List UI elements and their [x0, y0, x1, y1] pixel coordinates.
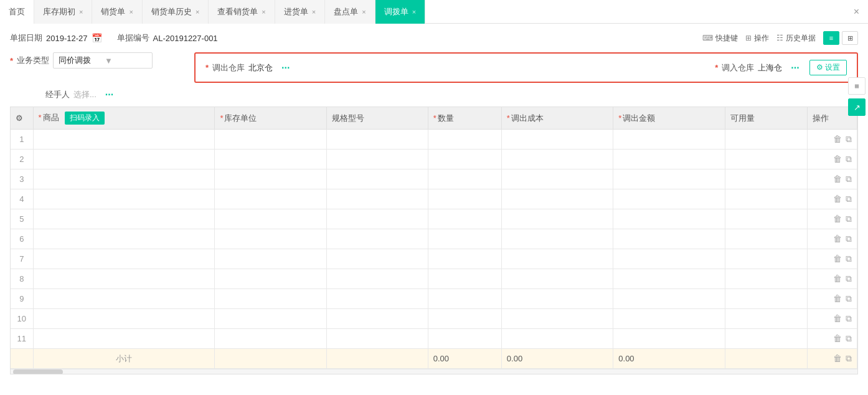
tab-view-sales[interactable]: 查看销货单 ×	[209, 0, 275, 24]
cell-cost[interactable]	[501, 209, 613, 229]
tab-close-view-sales[interactable]: ×	[262, 8, 265, 16]
cell-spec[interactable]	[326, 130, 428, 150]
tab-transfer[interactable]: 调拨单 ×	[375, 0, 425, 24]
cell-available[interactable]	[725, 169, 807, 189]
cell-qty[interactable]	[428, 189, 501, 209]
cell-cost[interactable]	[501, 309, 613, 329]
cell-amount[interactable]	[613, 130, 725, 150]
copy-icon[interactable]: ⧉	[846, 274, 852, 284]
cell-qty[interactable]	[428, 269, 501, 289]
cell-amount[interactable]	[613, 289, 725, 309]
cell-qty[interactable]	[428, 209, 501, 229]
cell-cost[interactable]	[501, 169, 613, 189]
tab-close-inventory-init[interactable]: ×	[79, 8, 83, 16]
cell-unit[interactable]	[215, 150, 326, 169]
cell-available[interactable]	[725, 289, 807, 309]
cell-product[interactable]	[33, 189, 215, 209]
tab-purchase[interactable]: 进货单 ×	[275, 0, 325, 24]
cell-amount[interactable]	[613, 209, 725, 229]
cell-cost[interactable]	[501, 329, 613, 349]
sidebar-expand-icon[interactable]: ↗	[848, 98, 866, 116]
delete-icon[interactable]: 🗑	[833, 313, 842, 324]
shortcuts-btn[interactable]: ⌨ 快捷键	[702, 33, 738, 44]
cell-qty[interactable]	[428, 289, 501, 309]
settings-button[interactable]: ⚙ 设置	[809, 60, 847, 75]
cell-available[interactable]	[725, 269, 807, 289]
cell-cost[interactable]	[501, 150, 613, 169]
delete-icon[interactable]: 🗑	[833, 214, 842, 224]
cell-available[interactable]	[725, 329, 807, 349]
cell-spec[interactable]	[326, 289, 428, 309]
cell-spec[interactable]	[326, 169, 428, 189]
scroll-thumb[interactable]	[13, 369, 63, 374]
cell-product[interactable]	[33, 289, 215, 309]
tab-inventory-init[interactable]: 库存期初 ×	[34, 0, 92, 24]
list-view-btn[interactable]: ≡	[823, 31, 839, 45]
cell-product[interactable]	[33, 329, 215, 349]
delete-icon[interactable]: 🗑	[833, 194, 842, 204]
cell-qty[interactable]	[428, 169, 501, 189]
copy-icon[interactable]: ⧉	[846, 214, 852, 224]
tab-close-transfer[interactable]: ×	[412, 8, 416, 16]
cell-unit[interactable]	[215, 329, 326, 349]
cell-unit[interactable]	[215, 289, 326, 309]
cell-spec[interactable]	[326, 150, 428, 169]
cell-unit[interactable]	[215, 169, 326, 189]
grid-view-btn[interactable]: ⊞	[842, 31, 858, 45]
tab-close-purchase[interactable]: ×	[312, 8, 316, 16]
tab-close-sales-history[interactable]: ×	[196, 8, 199, 16]
cell-product[interactable]	[33, 209, 215, 229]
window-close-button[interactable]: ×	[845, 0, 868, 24]
copy-icon[interactable]: ⧉	[846, 313, 852, 324]
cell-amount[interactable]	[613, 269, 725, 289]
person-more-btn[interactable]: ···	[105, 89, 113, 100]
copy-icon[interactable]: ⧉	[846, 293, 852, 304]
delete-icon[interactable]: 🗑	[833, 154, 842, 164]
cell-amount[interactable]	[613, 150, 725, 169]
copy-icon[interactable]: ⧉	[846, 134, 852, 145]
cell-qty[interactable]	[428, 329, 501, 349]
cell-product[interactable]	[33, 150, 215, 169]
cell-unit[interactable]	[215, 189, 326, 209]
sidebar-list-icon[interactable]: ≡	[848, 77, 866, 95]
tab-sales[interactable]: 销货单 ×	[92, 0, 142, 24]
tab-close-stocktake[interactable]: ×	[362, 8, 366, 16]
copy-icon[interactable]: ⧉	[846, 154, 852, 164]
cell-cost[interactable]	[501, 229, 613, 249]
cell-product[interactable]	[33, 229, 215, 249]
cell-spec[interactable]	[326, 309, 428, 329]
cell-cost[interactable]	[501, 130, 613, 150]
copy-icon[interactable]: ⧉	[846, 194, 852, 204]
cell-available[interactable]	[725, 229, 807, 249]
transfer-in-more-btn[interactable]: ···	[791, 62, 799, 74]
scan-entry-button[interactable]: 扫码录入	[65, 112, 105, 125]
copy-icon[interactable]: ⧉	[846, 234, 852, 244]
delete-icon[interactable]: 🗑	[833, 254, 842, 264]
cell-amount[interactable]	[613, 329, 725, 349]
cell-available[interactable]	[725, 150, 807, 169]
cell-spec[interactable]	[326, 189, 428, 209]
delete-icon[interactable]: 🗑	[833, 234, 842, 244]
horizontal-scrollbar[interactable]	[11, 369, 857, 374]
subtotal-delete-icon[interactable]: 🗑	[833, 353, 842, 364]
calendar-icon[interactable]: 📅	[92, 33, 102, 43]
cell-unit[interactable]	[215, 269, 326, 289]
cell-cost[interactable]	[501, 249, 613, 269]
cell-spec[interactable]	[326, 329, 428, 349]
delete-icon[interactable]: 🗑	[833, 293, 842, 304]
cell-qty[interactable]	[428, 229, 501, 249]
cell-spec[interactable]	[326, 209, 428, 229]
cell-available[interactable]	[725, 309, 807, 329]
cell-qty[interactable]	[428, 150, 501, 169]
subtotal-copy-icon[interactable]: ⧉	[846, 353, 852, 364]
transfer-out-more-btn[interactable]: ···	[281, 62, 290, 74]
person-select[interactable]: 选择...	[73, 89, 97, 100]
cell-cost[interactable]	[501, 269, 613, 289]
cell-cost[interactable]	[501, 289, 613, 309]
gear-column-header[interactable]: ⚙	[11, 107, 33, 130]
cell-product[interactable]	[33, 169, 215, 189]
cell-amount[interactable]	[613, 309, 725, 329]
copy-icon[interactable]: ⧉	[846, 254, 852, 264]
copy-icon[interactable]: ⧉	[846, 333, 852, 344]
cell-amount[interactable]	[613, 169, 725, 189]
